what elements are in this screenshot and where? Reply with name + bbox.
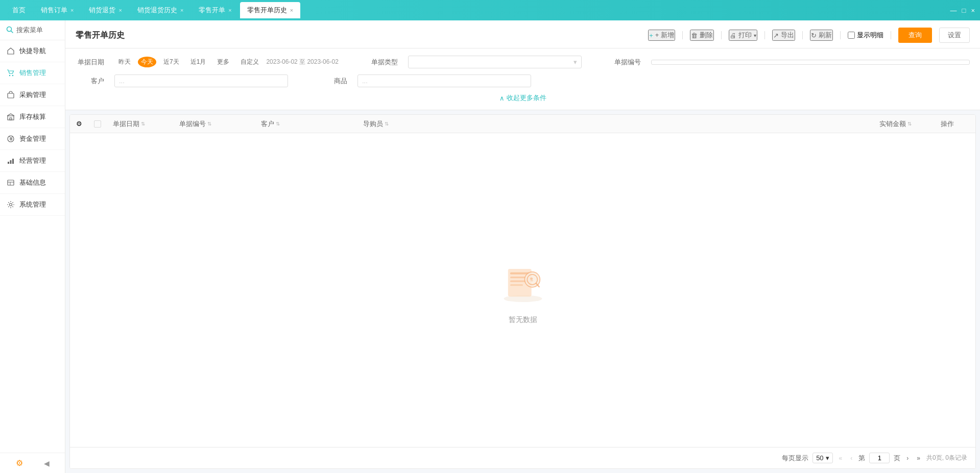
tab-retail-open-label: 零售开单 (199, 6, 225, 15)
svg-rect-21 (510, 284, 523, 286)
th-guide[interactable]: 导购员 ⇅ (357, 119, 418, 129)
svg-rect-12 (8, 180, 14, 185)
tab-home-label: 首页 (12, 6, 26, 15)
th-date-sort[interactable]: ⇅ (141, 121, 145, 127)
svg-rect-10 (10, 160, 12, 164)
sidebar-label-inventory: 库存核算 (19, 112, 46, 121)
sidebar-item-system[interactable]: 系统管理 (0, 194, 65, 216)
chevron-down-icon: ▾ (573, 58, 577, 66)
tab-retail-open-history[interactable]: 零售开单历史 × (240, 2, 300, 18)
coin-icon: ¥ (6, 134, 15, 143)
window-controls: — □ × (950, 7, 975, 14)
table-header: ⚙ 单据日期 ⇅ 单据编号 ⇅ 客户 ⇅ 导购员 (70, 115, 975, 133)
tab-sales-order[interactable]: 销售订单 × (34, 2, 81, 18)
add-button[interactable]: + + 新增 (648, 30, 675, 41)
th-customer[interactable]: 客户 ⇅ (255, 119, 357, 129)
th-date[interactable]: 单据日期 ⇅ (107, 119, 173, 129)
page-first-btn[interactable]: « (837, 454, 845, 463)
th-amount[interactable]: 实销金额 ⇅ (873, 119, 935, 129)
customer-input[interactable]: ... (114, 74, 288, 87)
table-select-all-checkbox[interactable] (94, 120, 101, 128)
restore-btn[interactable]: □ (962, 7, 966, 14)
sidebar-item-quick-nav[interactable]: 快捷导航 (0, 40, 65, 62)
sidebar-item-operation[interactable]: 经营管理 (0, 150, 65, 172)
tab-sales-order-close[interactable]: × (70, 7, 74, 13)
date-btn-yesterday[interactable]: 昨天 (114, 57, 135, 67)
tab-sales-return-history[interactable]: 销货退货历史 × (130, 2, 190, 18)
sidebar: 搜索菜单 快捷导航 销售管理 采购管理 库存核算 (0, 20, 65, 473)
refresh-button[interactable]: ↻ 刷新 (810, 30, 833, 41)
sidebar-item-purchase-mgmt[interactable]: 采购管理 (0, 84, 65, 106)
date-btn-today[interactable]: 今天 (138, 57, 156, 67)
tab-home[interactable]: 首页 (5, 2, 33, 18)
sidebar-label-sales-mgmt: 销售管理 (19, 68, 46, 78)
goods-input[interactable]: ... (357, 74, 531, 87)
doc-type-select[interactable]: ▾ (408, 56, 582, 68)
empty-text: 暂无数据 (509, 315, 537, 325)
print-button[interactable]: 🖨 打印 ▾ (729, 30, 757, 41)
collapse-row[interactable]: ∧ 收起更多条件 (76, 93, 970, 103)
svg-point-2 (9, 75, 10, 76)
sidebar-item-sales-mgmt[interactable]: 销售管理 (0, 62, 65, 84)
delete-button[interactable]: 🗑 删除 (690, 30, 714, 41)
tab-sales-return[interactable]: 销货退货 × (82, 2, 129, 18)
svg-line-1 (11, 31, 13, 33)
tab-sales-return-close[interactable]: × (118, 7, 122, 13)
date-btn-more[interactable]: 更多 (213, 57, 233, 67)
divider2 (721, 31, 722, 39)
sidebar-item-finance[interactable]: ¥ 资金管理 (0, 128, 65, 150)
sidebar-label-purchase-mgmt: 采购管理 (19, 90, 46, 99)
th-amount-sort[interactable]: ⇅ (907, 121, 912, 127)
per-page-select[interactable]: 50 ▾ (812, 453, 832, 463)
tab-retail-open-close[interactable]: × (228, 7, 231, 13)
svg-text:¥: ¥ (9, 135, 13, 142)
svg-point-25 (530, 277, 533, 280)
sidebar-collapse-icon[interactable]: ◀ (44, 459, 50, 467)
divider1 (682, 31, 683, 39)
sidebar-label-finance: 资金管理 (19, 134, 46, 143)
query-button[interactable]: 查询 (898, 28, 932, 43)
warehouse-icon (6, 112, 15, 121)
page-next-btn[interactable]: › (904, 454, 911, 463)
per-page-label: 每页显示 (782, 454, 808, 463)
table-col-settings[interactable]: ⚙ (70, 120, 88, 128)
print-icon: 🖨 (730, 32, 736, 39)
display-detail-toggle[interactable]: 显示明细 (848, 31, 883, 40)
search-icon (6, 26, 13, 35)
tab-sales-return-history-close[interactable]: × (180, 7, 183, 13)
goods-value: ... (362, 77, 368, 85)
sidebar-search[interactable]: 搜索菜单 (0, 20, 65, 40)
customer-value: ... (119, 77, 125, 85)
sidebar-settings-icon[interactable]: ⚙ (16, 458, 23, 468)
date-btn-1month[interactable]: 近1月 (186, 57, 210, 67)
export-button[interactable]: ↗ 导出 (772, 30, 795, 41)
th-customer-label: 客户 (261, 119, 274, 129)
th-num-sort[interactable]: ⇅ (207, 121, 211, 127)
page-prev-btn[interactable]: ‹ (848, 454, 854, 463)
add-icon: + (649, 32, 653, 39)
svg-rect-4 (8, 93, 14, 98)
tab-retail-open[interactable]: 零售开单 × (192, 2, 238, 18)
close-btn[interactable]: × (971, 7, 975, 14)
sidebar-item-inventory[interactable]: 库存核算 (0, 106, 65, 128)
date-btn-custom[interactable]: 自定义 (236, 57, 263, 67)
table-col-checkbox (88, 120, 107, 128)
th-customer-sort[interactable]: ⇅ (276, 121, 280, 127)
tab-retail-open-history-close[interactable]: × (290, 7, 293, 13)
page-title: 零售开单历史 (76, 30, 125, 41)
doc-num-label: 单据编号 (612, 58, 641, 67)
page-last-btn[interactable]: » (915, 454, 922, 463)
page-input[interactable] (869, 453, 890, 463)
doc-num-input[interactable] (651, 60, 970, 65)
setting-button[interactable]: 设置 (939, 28, 970, 43)
display-detail-checkbox[interactable] (848, 32, 855, 39)
tab-retail-open-history-label: 零售开单历史 (247, 6, 287, 15)
th-num[interactable]: 单据编号 ⇅ (173, 119, 255, 129)
th-guide-sort[interactable]: ⇅ (385, 121, 389, 127)
date-btn-7days[interactable]: 近7天 (159, 57, 183, 67)
minimize-btn[interactable]: — (950, 7, 957, 14)
table-settings-icon[interactable]: ⚙ (76, 120, 82, 128)
divider6 (891, 31, 891, 39)
page-label: 第 (858, 454, 865, 463)
sidebar-item-base-info[interactable]: 基础信息 (0, 172, 65, 194)
